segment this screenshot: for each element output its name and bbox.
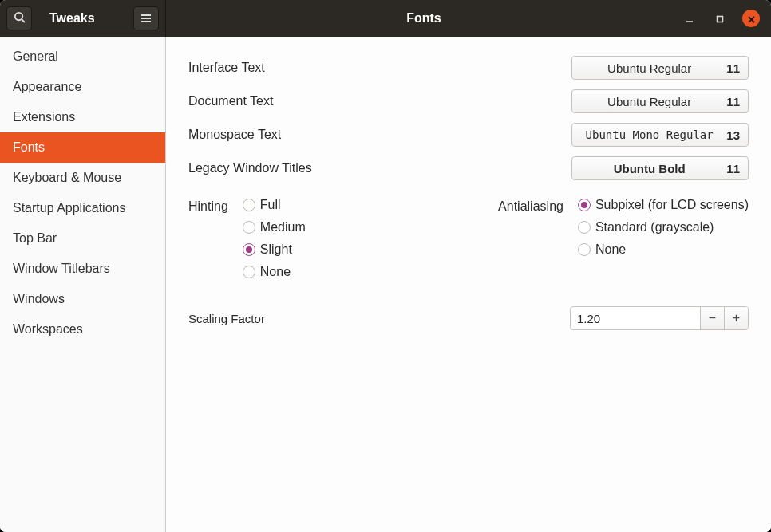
font-size: 11	[726, 95, 740, 108]
font-row-label: Monospace Text	[188, 128, 281, 142]
sidebar-item-label: Workspaces	[13, 322, 83, 336]
app-title: Tweaks	[49, 11, 95, 26]
font-row-label: Interface Text	[188, 61, 265, 75]
titlebar: Tweaks Fonts	[0, 0, 771, 37]
sidebar-item-keyboard-mouse[interactable]: Keyboard & Mouse	[0, 163, 165, 193]
radio-label: Standard (grayscale)	[595, 220, 714, 234]
font-chooser-interface[interactable]: Ubuntu Regular 11	[571, 56, 749, 80]
font-name: Ubuntu Regular	[580, 61, 718, 75]
hamburger-icon	[140, 12, 152, 26]
radio-label: Medium	[260, 220, 306, 234]
scaling-label: Scaling Factor	[188, 312, 265, 325]
sidebar-item-extensions[interactable]: Extensions	[0, 102, 165, 132]
font-size: 11	[726, 61, 740, 75]
radio-icon	[243, 221, 255, 234]
minus-icon: −	[709, 311, 716, 325]
sidebar-item-startup-applications[interactable]: Startup Applications	[0, 193, 165, 223]
sidebar-item-fonts[interactable]: Fonts	[0, 132, 165, 163]
font-chooser-document[interactable]: Ubuntu Regular 11	[571, 89, 749, 113]
hinting-label: Hinting	[188, 198, 228, 279]
scaling-increment-button[interactable]: +	[724, 307, 748, 329]
sidebar-item-window-titlebars[interactable]: Window Titlebars	[0, 254, 165, 284]
svg-rect-6	[718, 16, 723, 22]
sidebar-item-label: Appearance	[13, 80, 81, 93]
font-row-document: Document Text Ubuntu Regular 11	[188, 89, 749, 113]
hinting-option-full[interactable]: Full	[243, 198, 306, 212]
sidebar-item-top-bar[interactable]: Top Bar	[0, 223, 165, 254]
sidebar-item-general[interactable]: General	[0, 41, 165, 72]
sidebar-item-label: Extensions	[13, 110, 75, 124]
antialiasing-option-standard[interactable]: Standard (grayscale)	[578, 220, 749, 234]
font-row-monospace: Monospace Text Ubuntu Mono Regular 13	[188, 123, 749, 147]
sidebar: General Appearance Extensions Fonts Keyb…	[0, 37, 166, 532]
font-row-legacy: Legacy Window Titles Ubuntu Bold 11	[188, 156, 749, 180]
window-controls	[682, 10, 771, 27]
antialiasing-option-subpixel[interactable]: Subpixel (for LCD screens)	[578, 198, 749, 212]
scaling-value-input[interactable]: 1.20	[571, 307, 700, 329]
hinting-option-slight[interactable]: Slight	[243, 242, 306, 257]
plus-icon: +	[733, 311, 740, 325]
radio-icon	[578, 243, 591, 256]
radio-label: Subpixel (for LCD screens)	[595, 198, 749, 212]
minimize-button[interactable]	[682, 10, 698, 26]
hinting-group: Hinting Full Medium Slight None	[188, 198, 306, 279]
radio-icon	[578, 199, 591, 211]
font-size: 13	[726, 128, 740, 142]
sidebar-item-label: Window Titlebars	[13, 262, 110, 275]
antialiasing-label: Antialiasing	[498, 198, 563, 279]
sidebar-item-label: Fonts	[13, 140, 45, 154]
scaling-row: Scaling Factor 1.20 − +	[188, 306, 749, 330]
search-button[interactable]	[6, 6, 32, 30]
radio-icon	[243, 266, 255, 278]
minimize-icon	[686, 12, 694, 26]
page-title: Fonts	[166, 11, 682, 26]
body-area: General Appearance Extensions Fonts Keyb…	[0, 37, 771, 532]
sidebar-item-appearance[interactable]: Appearance	[0, 72, 165, 102]
close-icon	[748, 12, 755, 26]
font-name: Ubuntu Regular	[580, 95, 718, 108]
font-size: 11	[726, 162, 740, 175]
content-pane: Interface Text Ubuntu Regular 11 Documen…	[166, 37, 771, 532]
sidebar-item-label: Startup Applications	[13, 201, 125, 215]
titlebar-left: Tweaks	[0, 0, 166, 37]
sidebar-item-label: General	[13, 49, 58, 63]
radio-icon	[578, 221, 591, 234]
antialiasing-option-none[interactable]: None	[578, 242, 749, 257]
hinting-option-medium[interactable]: Medium	[243, 220, 306, 234]
search-icon	[14, 11, 26, 26]
hinting-option-none[interactable]: None	[243, 265, 306, 279]
font-row-interface: Interface Text Ubuntu Regular 11	[188, 56, 749, 80]
svg-point-0	[14, 13, 22, 20]
sidebar-item-label: Keyboard & Mouse	[13, 171, 121, 184]
antialiasing-group: Antialiasing Subpixel (for LCD screens) …	[498, 198, 749, 279]
radio-label: Full	[260, 198, 281, 212]
scaling-decrement-button[interactable]: −	[700, 307, 724, 329]
radio-label: None	[260, 265, 291, 279]
radio-label: Slight	[260, 242, 292, 257]
font-chooser-monospace[interactable]: Ubuntu Mono Regular 13	[571, 123, 749, 147]
sidebar-item-windows[interactable]: Windows	[0, 284, 165, 314]
scaling-spinbutton: 1.20 − +	[570, 306, 749, 330]
font-name: Ubuntu Bold	[580, 162, 718, 175]
sidebar-item-workspaces[interactable]: Workspaces	[0, 314, 165, 345]
hinting-options: Full Medium Slight None	[243, 198, 306, 279]
radio-icon	[243, 199, 255, 211]
antialiasing-options: Subpixel (for LCD screens) Standard (gra…	[578, 198, 749, 279]
sidebar-item-label: Windows	[13, 292, 65, 305]
font-row-label: Document Text	[188, 94, 273, 108]
font-chooser-legacy[interactable]: Ubuntu Bold 11	[571, 156, 749, 180]
font-row-label: Legacy Window Titles	[188, 161, 312, 175]
maximize-button[interactable]	[712, 10, 728, 26]
radio-label: None	[595, 242, 626, 257]
app-window: Tweaks Fonts General Appearance Extens	[0, 0, 771, 532]
font-name: Ubuntu Mono Regular	[580, 128, 718, 141]
radio-section: Hinting Full Medium Slight None Antialia…	[188, 198, 749, 279]
hamburger-menu-button[interactable]	[133, 6, 159, 30]
sidebar-item-label: Top Bar	[13, 231, 57, 245]
svg-line-1	[22, 19, 25, 22]
close-button[interactable]	[742, 10, 760, 27]
maximize-icon	[716, 12, 724, 26]
radio-icon	[243, 243, 255, 256]
